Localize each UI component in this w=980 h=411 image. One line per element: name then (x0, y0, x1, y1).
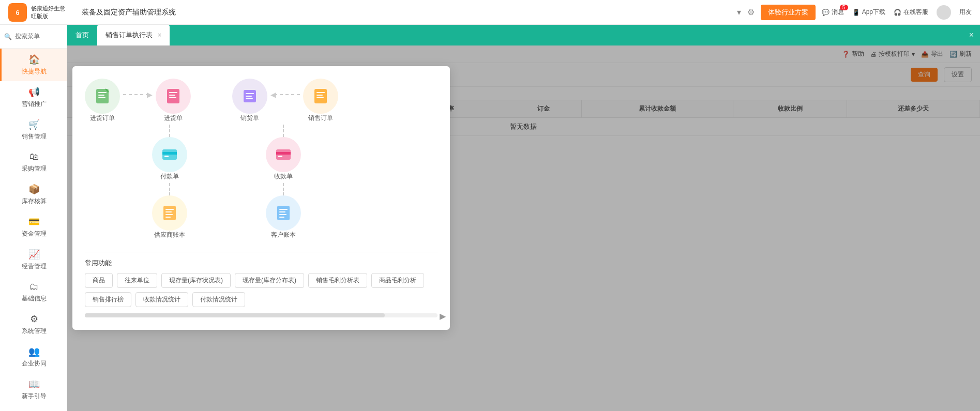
sidebar-item-label-system: 系统管理 (22, 327, 47, 336)
logo-text: 畅康通好生意 旺版版 (31, 5, 65, 20)
user-avatar (937, 5, 951, 20)
flow-node-purchase-order[interactable]: 进货订单 (85, 79, 120, 123)
cf-btn-sales-margin[interactable]: 销售毛利分析表 (308, 273, 367, 288)
system-icon: ⚙ (30, 313, 38, 325)
online-service-btn[interactable]: 🎧 在线客服 (894, 8, 928, 17)
cf-btn-stock-status[interactable]: 现存量(库存状况表) (161, 273, 231, 288)
svg-rect-26 (165, 211, 172, 212)
svg-text:6: 6 (16, 9, 20, 17)
svg-rect-12 (246, 96, 252, 97)
online-service-label: 在线客服 (903, 8, 928, 17)
app-download-btn[interactable]: 📱 App下载 (852, 8, 885, 17)
sidebar-item-inventory[interactable]: 📦 库存核算 (0, 178, 67, 211)
svg-rect-5 (98, 97, 105, 98)
cf-btn-product[interactable]: 商品 (85, 273, 113, 288)
cf-btn-receipt-stat[interactable]: 收款情况统计 (135, 292, 188, 307)
window-close-btn[interactable]: × (969, 31, 974, 40)
flow-node-customer-account[interactable]: 客户账本 (266, 195, 301, 239)
user-label[interactable]: 用友 (959, 8, 972, 17)
svg-rect-16 (316, 95, 323, 96)
flow-node-payment[interactable]: 付款单 (152, 137, 187, 181)
purchase-order-label: 进货订单 (90, 114, 115, 123)
sidebar-item-label-quick-nav: 快捷导航 (22, 67, 47, 76)
scrollbar-thumb (85, 313, 385, 317)
search-menu-btn[interactable]: 🔍 搜索菜单 (4, 30, 63, 43)
sidebar-item-marketing[interactable]: 📢 营销推广 (0, 81, 67, 114)
cf-buttons-row1: 商品 往来单位 现存量(库存状况表) 现存量(库存分布表) 销售毛利分析表 商品… (85, 273, 438, 288)
flow-node-sales-order[interactable]: 销售订单 (303, 79, 338, 123)
guide-icon: 📖 (28, 378, 40, 390)
sidebar-item-basic-info[interactable]: 🗂 基础信息 (0, 276, 67, 308)
svg-rect-15 (316, 92, 325, 93)
tab-close-icon[interactable]: × (158, 32, 161, 39)
svg-rect-33 (279, 217, 284, 218)
dropdown-icon[interactable]: ▾ (737, 7, 741, 17)
flow-node-supplier-account[interactable]: 供应商账本 (152, 195, 187, 239)
svg-rect-29 (277, 206, 290, 220)
sidebar: 🔍 搜索菜单 🏠 快捷导航 📢 营销推广 🛒 销售管理 🛍 采购管理 📦 库存核… (0, 25, 67, 411)
sidebar-item-finance[interactable]: 💳 资金管理 (0, 211, 67, 243)
cf-btn-product-margin[interactable]: 商品毛利分析 (371, 273, 424, 288)
experience-btn[interactable]: 体验行业方案 (761, 5, 816, 20)
sidebar-item-quick-nav[interactable]: 🏠 快捷导航 (0, 49, 67, 81)
home-tab-label: 首页 (76, 31, 89, 40)
message-badge: 5 (840, 5, 848, 10)
svg-rect-19 (162, 152, 177, 155)
sidebar-item-label-marketing: 营销推广 (22, 100, 47, 109)
receipt-label: 收款单 (274, 172, 293, 181)
sidebar-item-system[interactable]: ⚙ 系统管理 (0, 308, 67, 341)
common-functions: 常用功能 商品 往来单位 现存量(库存状况表) 现存量(库存分布表) 销售毛利分… (85, 252, 438, 307)
sidebar-item-label-inventory: 库存核算 (22, 197, 47, 206)
modal-overlay: 进货订单 ▶ 进 (67, 45, 980, 411)
svg-rect-6 (167, 89, 179, 103)
scroll-right-arrow[interactable]: ▶ (440, 311, 446, 321)
quick-nav-icon: 🏠 (28, 54, 40, 65)
svg-rect-30 (279, 209, 288, 210)
sales-order-label: 销售订单 (308, 114, 333, 123)
message-btn[interactable]: 💬 消息 5 (822, 8, 844, 17)
cf-btn-sales-rank[interactable]: 销售排行榜 (85, 292, 131, 307)
sidebar-item-label-guide: 新手引导 (22, 392, 47, 401)
cf-btn-payment-stat[interactable]: 付款情况统计 (192, 292, 245, 307)
modal-box: 进货订单 ▶ 进 (72, 66, 450, 330)
payment-label: 付款单 (160, 172, 179, 181)
sidebar-item-operation[interactable]: 📈 经营管理 (0, 243, 67, 276)
svg-rect-25 (165, 209, 174, 210)
svg-rect-27 (165, 214, 173, 215)
sales-bill-label: 销货单 (240, 114, 259, 123)
app-download-icon: 📱 (852, 9, 860, 16)
svg-rect-11 (246, 93, 254, 94)
flow-diagram: 进货订单 ▶ 进 (85, 79, 438, 241)
flow-node-receipt[interactable]: 收款单 (266, 137, 301, 181)
sidebar-item-label-purchase: 采购管理 (22, 164, 47, 173)
system-title: 装备及固定资产辅助管理系统 (82, 8, 731, 17)
tab-sales-exec[interactable]: 销售订单执行表 × (97, 25, 170, 45)
sidebar-item-enterprise[interactable]: 👥 企业协同 (0, 341, 67, 373)
cf-btn-customer-unit[interactable]: 往来单位 (117, 273, 157, 288)
svg-rect-17 (316, 97, 324, 98)
sidebar-item-guide[interactable]: 📖 新手引导 (0, 373, 67, 406)
sidebar-item-label-sales: 销售管理 (22, 132, 47, 141)
tab-home[interactable]: 首页 (67, 25, 97, 45)
supplier-account-label: 供应商账本 (154, 231, 185, 239)
flow-node-sales-bill[interactable]: 销货单 (232, 79, 267, 123)
sales-order-circle (303, 79, 338, 114)
svg-rect-14 (314, 89, 327, 103)
sidebar-item-sales[interactable]: 🛒 销售管理 (0, 114, 67, 146)
message-icon: 💬 (822, 9, 830, 16)
svg-rect-13 (246, 98, 253, 99)
sales-bill-circle (232, 79, 267, 114)
sidebar-item-purchase[interactable]: 🛍 采购管理 (0, 146, 67, 178)
sidebar-search: 🔍 搜索菜单 (0, 25, 67, 49)
top-bar-right: 💬 消息 5 📱 App下载 🎧 在线客服 用友 (822, 5, 972, 20)
cf-btn-stock-dist[interactable]: 现存量(库存分布表) (235, 273, 304, 288)
app-download-label: App下载 (862, 8, 885, 17)
modal-scrollbar[interactable]: ▶ (85, 313, 438, 317)
svg-rect-9 (169, 97, 176, 98)
customer-account-circle (266, 195, 301, 231)
settings-icon[interactable]: ⚙ (747, 7, 755, 17)
purchase-icon: 🛍 (29, 151, 39, 162)
search-icon: 🔍 (4, 33, 12, 40)
svg-rect-31 (279, 211, 285, 212)
flow-node-purchase-bill[interactable]: 进货单 (156, 79, 191, 123)
